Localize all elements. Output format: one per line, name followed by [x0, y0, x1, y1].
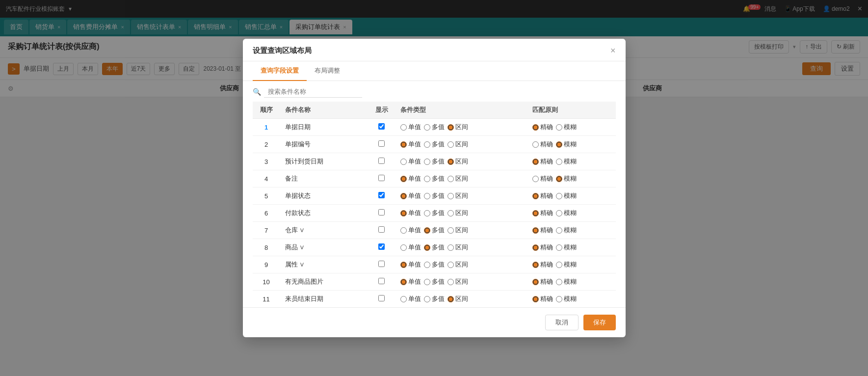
tab-fields[interactable]: 查询字段设置: [253, 61, 307, 81]
search-box: 🔍: [243, 81, 626, 97]
dialog-close-button[interactable]: ×: [610, 46, 616, 56]
settings-dialog: 设置查询区域布局 × 查询字段设置 布局调整 🔍 顺序 条件名称: [243, 39, 626, 97]
search-input[interactable]: [264, 86, 362, 97]
search-icon: 🔍: [253, 88, 261, 96]
dialog-header: 设置查询区域布局 ×: [243, 39, 626, 61]
dialog-tabs: 查询字段设置 布局调整: [243, 61, 626, 81]
tab-layout[interactable]: 布局调整: [307, 61, 348, 81]
modal-overlay: 设置查询区域布局 × 查询字段设置 布局调整 🔍 顺序 条件名称: [0, 0, 868, 97]
dialog-title: 设置查询区域布局: [253, 46, 312, 55]
